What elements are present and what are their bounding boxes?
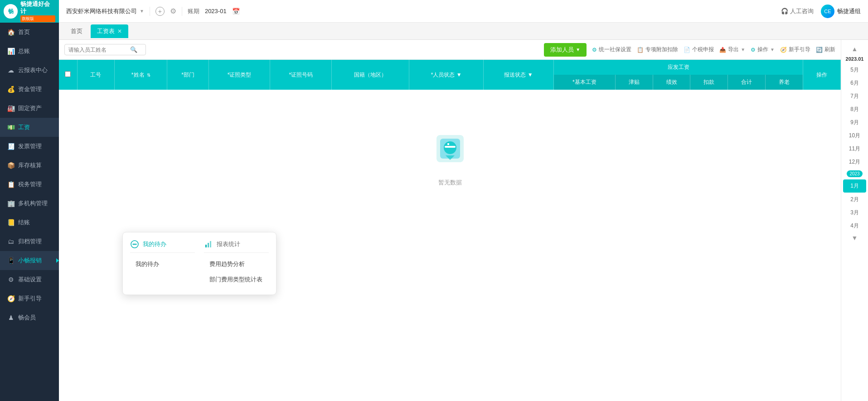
th-department: *部门	[167, 60, 209, 90]
guide-button[interactable]: 🧭 新手引导	[780, 46, 810, 53]
add-person-button[interactable]: 添加人员 ▼	[544, 43, 587, 57]
topbar-divider-2	[182, 7, 182, 16]
popup-todo-header: 我的待办	[130, 240, 195, 253]
special-deduction-icon: 📋	[637, 47, 644, 53]
social-security-label: 统一社保设置	[599, 46, 631, 53]
popup-todo-item[interactable]: 我的待办	[130, 256, 195, 272]
month-item-6[interactable]: 6月	[841, 77, 868, 90]
th-name[interactable]: *姓名 ⇅	[115, 60, 167, 90]
th-nationality: 国籍（地区）	[332, 60, 409, 90]
th-status[interactable]: *人员状态 ▼	[409, 60, 484, 90]
month-item-1[interactable]: 1月	[843, 179, 866, 193]
toolbar-actions: 添加人员 ▼ ⚙ 统一社保设置 📋 专项附加扣除 📄 个税申报	[544, 43, 835, 57]
reports-icon	[204, 240, 213, 249]
th-performance: 绩效	[653, 75, 690, 90]
sidebar-label-home: 首页	[18, 28, 30, 36]
svg-point-7	[133, 244, 134, 245]
sidebar-label-ledger: 总账	[18, 47, 30, 55]
period-value: 2023-01	[205, 8, 227, 14]
month-item-4[interactable]: 4月	[841, 219, 868, 232]
social-security-button[interactable]: ⚙ 统一社保设置	[592, 46, 631, 53]
sidebar-item-ledger[interactable]: 📊 总账	[0, 42, 59, 61]
month-nav-down[interactable]: ▼	[850, 232, 860, 243]
sidebar-item-reports[interactable]: ☁ 云报表中心	[0, 61, 59, 80]
app-badge: 旗舰版	[20, 15, 55, 22]
sidebar-item-close-period[interactable]: 📒 结账	[0, 213, 59, 232]
member-icon: ♟	[7, 314, 15, 321]
sidebar-item-xiaochang[interactable]: 📱 小畅报销	[0, 251, 59, 270]
month-item-3[interactable]: 3月	[841, 206, 868, 219]
search-icon: 🔍	[130, 46, 137, 53]
sidebar-item-home[interactable]: 🏠 首页	[0, 23, 59, 42]
headset-icon: 🎧	[781, 8, 788, 14]
sidebar-item-guide[interactable]: 🧭 新手引导	[0, 289, 59, 308]
guide-icon: 🧭	[7, 295, 15, 302]
popup-cost-trend[interactable]: 费用趋势分析	[204, 256, 269, 272]
sidebar-label-tax: 税务管理	[18, 180, 42, 188]
add-company-button[interactable]: +	[155, 7, 165, 16]
app-logo: 畅 畅捷通好会计 旗舰版	[0, 0, 59, 23]
checkbox-header[interactable]	[59, 60, 77, 90]
month-nav-up[interactable]: ▲	[850, 43, 860, 54]
empty-text: 暂无数据	[438, 179, 462, 187]
select-all-checkbox[interactable]	[65, 71, 71, 77]
sidebar-item-tax[interactable]: 📋 税务管理	[0, 175, 59, 194]
month-item-11[interactable]: 11月	[841, 142, 868, 155]
sidebar: 畅 畅捷通好会计 旗舰版 🏠 首页 📊 总账 ☁ 云报表中心 💰 资金管理 🏭 …	[0, 0, 59, 401]
funds-icon: 💰	[7, 86, 15, 93]
sidebar-item-salary[interactable]: 💵 工资	[0, 118, 59, 137]
tax-report-label: 个税申报	[692, 46, 714, 53]
sidebar-item-archive[interactable]: 🗂 归档管理	[0, 232, 59, 251]
export-label: 导出	[728, 46, 739, 53]
special-deduction-button[interactable]: 📋 专项附加扣除	[637, 46, 678, 53]
export-button[interactable]: 📤 导出 ▼	[719, 46, 745, 53]
operation-button[interactable]: ⚙ 操作 ▼	[751, 46, 775, 53]
popup-dept-cost[interactable]: 部门费用类型统计表	[204, 272, 269, 287]
month-item-10[interactable]: 10月	[841, 129, 868, 142]
ledger-icon: 📊	[7, 48, 15, 55]
add-person-label: 添加人员	[550, 46, 574, 54]
th-report-status[interactable]: 报送状态 ▼	[484, 60, 554, 90]
tab-salary[interactable]: 工资表 ✕	[91, 24, 128, 38]
topbar-right: 🎧 人工咨询 CE 畅捷通组	[781, 5, 861, 18]
tab-close-icon[interactable]: ✕	[117, 28, 122, 34]
month-item-7[interactable]: 7月	[841, 90, 868, 103]
help-button[interactable]: 🎧 人工咨询	[781, 7, 814, 15]
empty-state: 暂无数据	[59, 90, 841, 223]
settings-icon: ⚙	[7, 276, 15, 283]
tab-home[interactable]: 首页	[64, 24, 89, 38]
sidebar-item-funds[interactable]: 💰 资金管理	[0, 80, 59, 99]
user-menu[interactable]: CE 畅捷通组	[821, 5, 861, 18]
salary-table-container: 工号 *姓名 ⇅ *部门 *证照类型	[59, 60, 841, 401]
sidebar-item-assets[interactable]: 🏭 固定资产	[0, 99, 59, 118]
popup-todo-label: 我的待办	[143, 240, 166, 248]
tax-report-button[interactable]: 📄 个税申报	[684, 46, 714, 53]
sidebar-label-guide: 新手引导	[18, 295, 42, 303]
content-area: 🔍 添加人员 ▼ ⚙ 统一社保设置 📋 专项附加扣除	[59, 40, 868, 401]
topbar-settings-icon[interactable]: ⚙	[170, 7, 176, 15]
month-item-9[interactable]: 9月	[841, 116, 868, 129]
sidebar-item-settings[interactable]: ⚙ 基础设置	[0, 270, 59, 289]
th-employee-id: 工号	[77, 60, 115, 90]
company-selector[interactable]: 西安虾米网络科技有限公司 ▼	[66, 7, 144, 15]
sidebar-item-inventory[interactable]: 📦 库存核算	[0, 156, 59, 175]
month-item-12[interactable]: 12月	[841, 155, 868, 169]
month-item-2[interactable]: 2月	[841, 193, 868, 206]
th-allowance: 津贴	[615, 75, 653, 90]
refresh-button[interactable]: 🔄 刷新	[816, 46, 835, 53]
month-item-8[interactable]: 8月	[841, 103, 868, 116]
sidebar-item-multi-org[interactable]: 🏢 多机构管理	[0, 194, 59, 213]
popup-reports-header: 报表统计	[204, 240, 269, 253]
tab-salary-label: 工资表	[97, 27, 115, 35]
salary-icon: 💵	[7, 124, 15, 131]
search-input[interactable]	[68, 47, 127, 53]
calendar-icon[interactable]: 📅	[232, 8, 240, 15]
popup-col-todo: 我的待办 我的待办	[130, 240, 195, 287]
sidebar-label-archive: 归档管理	[18, 237, 42, 246]
sidebar-item-invoice[interactable]: 🧾 发票管理	[0, 137, 59, 156]
salary-table: 工号 *姓名 ⇅ *部门 *证照类型	[59, 60, 841, 90]
sidebar-item-member[interactable]: ♟ 畅会员	[0, 308, 59, 327]
refresh-label: 刷新	[824, 46, 835, 53]
report-filter-icon: ▼	[528, 72, 533, 78]
month-item-5[interactable]: 5月	[841, 63, 868, 77]
